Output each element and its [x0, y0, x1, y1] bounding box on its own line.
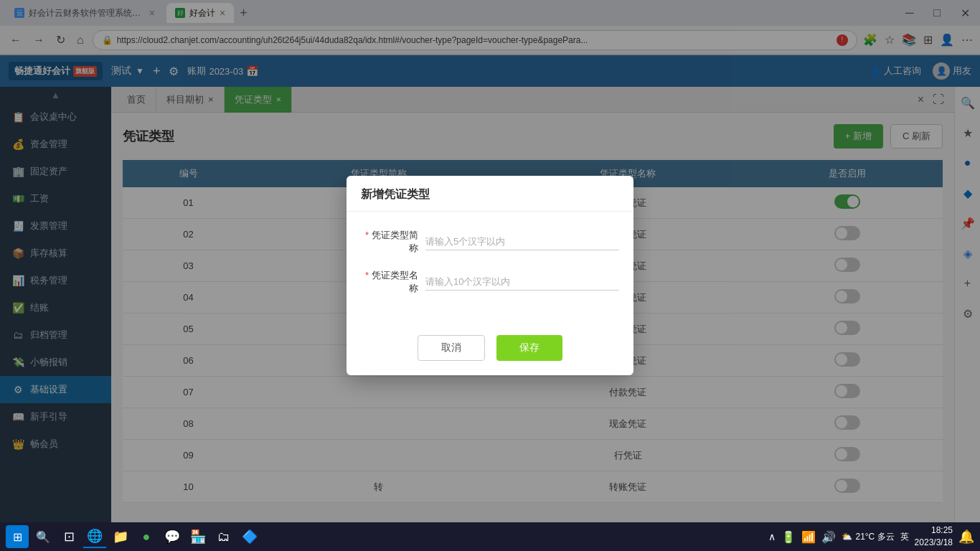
taskbar-search-button[interactable]: 🔍 [32, 525, 55, 548]
taskbar-wechat-icon[interactable]: 💬 [161, 525, 184, 548]
save-button[interactable]: 保存 [496, 335, 562, 361]
voucher-name-input[interactable] [425, 273, 619, 291]
cancel-label: 取消 [441, 342, 461, 353]
save-label: 保存 [519, 342, 540, 353]
form-label-name: *凭证类型名称 [361, 269, 425, 295]
taskbar-notification-icon[interactable]: 🔔 [958, 529, 974, 545]
taskbar-sound-icon[interactable]: 🔊 [821, 530, 836, 544]
taskbar-time-display: 18:25 [915, 524, 953, 537]
modal-title: 新增凭证类型 [361, 188, 430, 200]
taskbar-task-view[interactable]: ⊡ [57, 525, 80, 548]
taskbar-language-button[interactable]: 英 [900, 531, 909, 543]
start-button[interactable]: ⊞ [6, 525, 29, 548]
required-mark-abbr: * [365, 230, 369, 240]
modal-header: 新增凭证类型 [347, 176, 633, 212]
form-row-name: *凭证类型名称 [361, 269, 619, 295]
taskbar-datetime[interactable]: 18:25 2023/3/18 [915, 524, 953, 549]
taskbar-battery-icon[interactable]: 🔋 [781, 530, 796, 544]
taskbar: ⊞ 🔍 ⊡ 🌐 📁 ● 💬 🏪 🗂 🔷 ∧ 🔋 📶 🔊 ⛅ 21°C 多云 英 … [0, 522, 980, 551]
taskbar-appstore-icon[interactable]: 🏪 [187, 525, 209, 548]
taskbar-files-icon[interactable]: 🗂 [212, 525, 235, 548]
modal-footer: 取消 保存 [347, 326, 633, 375]
voucher-abbr-input[interactable] [425, 233, 619, 250]
form-row-abbr: *凭证类型简称 [361, 229, 619, 255]
weather-text: 21°C 多云 [855, 531, 894, 543]
modal-body: *凭证类型简称 *凭证类型名称 [347, 212, 633, 326]
add-voucher-type-modal: 新增凭证类型 *凭证类型简称 *凭证类型名称 取消 保存 [347, 176, 633, 375]
cancel-button[interactable]: 取消 [418, 335, 485, 361]
taskbar-chevron-icon[interactable]: ∧ [768, 531, 776, 542]
required-mark-name: * [365, 270, 369, 281]
taskbar-date-display: 2023/3/18 [915, 537, 953, 549]
taskbar-edge-icon[interactable]: 🌐 [83, 525, 106, 548]
taskbar-wifi-icon[interactable]: 📶 [801, 530, 816, 544]
taskbar-right: ∧ 🔋 📶 🔊 ⛅ 21°C 多云 英 18:25 2023/3/18 🔔 [768, 524, 974, 549]
weather-icon: ⛅ [842, 532, 852, 542]
taskbar-explorer-icon[interactable]: 📁 [109, 525, 132, 548]
form-label-abbr: *凭证类型简称 [361, 229, 425, 255]
modal-overlay: 新增凭证类型 *凭证类型简称 *凭证类型名称 取消 保存 [0, 0, 980, 551]
taskbar-chrome-icon[interactable]: ● [135, 525, 158, 548]
taskbar-browser2-icon[interactable]: 🔷 [238, 525, 261, 548]
taskbar-weather: ⛅ 21°C 多云 [842, 531, 894, 543]
